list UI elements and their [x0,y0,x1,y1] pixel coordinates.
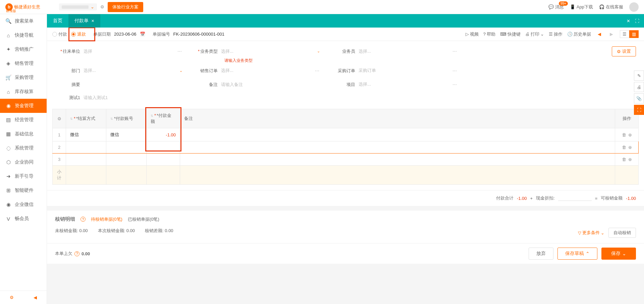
msg-badge: 99+ [559,1,568,6]
avatar[interactable] [629,2,639,12]
support-link[interactable]: 🎧 在线客服 [599,4,623,10]
try-solution-button[interactable]: 体验行业方案 [108,2,143,12]
gear-icon[interactable]: ⚙ [97,4,108,9]
logo-text: 畅捷通好生意 [14,4,40,10]
phone-icon: 📱 [570,4,575,9]
message-icon: 💬 [548,4,554,9]
app-download-link[interactable]: 📱 App下载 [570,4,593,10]
chevron-down-icon: ⌄ [91,4,94,9]
messages-link[interactable]: 💬 消息 99+ [548,4,564,10]
org-selector[interactable]: ⌄ [59,3,97,10]
version-label: 标准版 [6,9,16,13]
headset-icon: 🎧 [599,4,604,9]
